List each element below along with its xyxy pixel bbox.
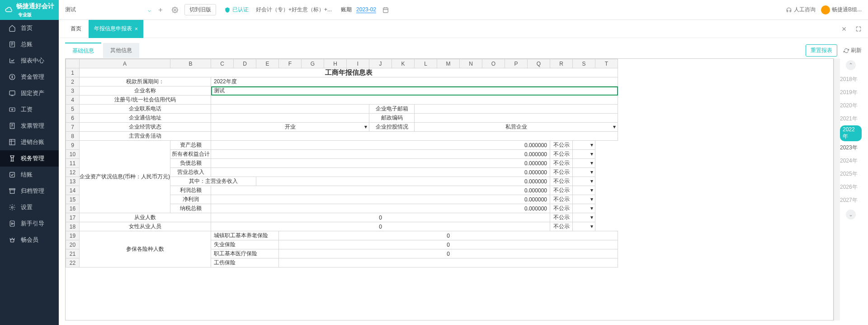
col-header-G[interactable]: G (302, 59, 324, 68)
row-header-17[interactable]: 17 (66, 213, 80, 222)
row-header-18[interactable]: 18 (66, 222, 80, 231)
col-header-H[interactable]: H (324, 59, 347, 68)
owner-equity-pub-dd[interactable]: ▾ (573, 150, 595, 159)
col-header-T[interactable]: T (595, 59, 618, 68)
year-2018年[interactable]: 2018年 (840, 73, 862, 86)
col-header-F[interactable]: F (279, 59, 302, 68)
col-header-B[interactable]: B (170, 59, 211, 68)
sidebar-item-guide[interactable]: 新手引导 (0, 215, 59, 232)
col-header-P[interactable]: P (505, 59, 528, 68)
col-header-E[interactable]: E (256, 59, 279, 68)
total-tax-pub[interactable]: 不公示 (550, 204, 573, 213)
row-header-8[interactable]: 8 (66, 132, 80, 141)
row-header-7[interactable]: 7 (66, 123, 80, 132)
calendar-icon[interactable] (381, 5, 391, 15)
col-header-I[interactable]: I (347, 59, 369, 68)
reset-report-button[interactable]: 重置报表 (806, 44, 837, 57)
employees-value[interactable]: 0 (211, 213, 550, 222)
row-header-21[interactable]: 21 (66, 249, 80, 258)
col-header-N[interactable]: N (460, 59, 482, 68)
col-header-J[interactable]: J (369, 59, 392, 68)
row-header-15[interactable]: 15 (66, 195, 80, 204)
row-header-11[interactable]: 11 (66, 159, 80, 168)
sidebar-item-asset[interactable]: 固定资产 (0, 85, 59, 101)
tab-annual-report[interactable]: 年报信息申报表 × (89, 20, 143, 38)
col-header-R[interactable]: R (550, 59, 573, 68)
close-all-tabs-button[interactable] (839, 24, 849, 34)
sidebar-item-close[interactable]: 结账 (0, 167, 59, 183)
row-header-10[interactable]: 10 (66, 150, 80, 159)
total-tax-pub-dd[interactable]: ▾ (573, 204, 595, 213)
col-header-A[interactable]: A (80, 59, 170, 68)
row-header-20[interactable]: 20 (66, 240, 80, 249)
female-emp-pub[interactable]: 不公示 (550, 222, 573, 231)
col-header-M[interactable]: M (437, 59, 460, 68)
holding-cell[interactable]: 私营企业▾ (415, 123, 618, 132)
total-revenue-pub[interactable]: 不公示 (550, 168, 573, 177)
main-revenue-value[interactable]: 0.000000 (256, 177, 550, 186)
sidebar-item-salary[interactable]: 工资 (0, 101, 59, 118)
settings-icon-button[interactable] (170, 5, 180, 15)
subtab-basic-info[interactable]: 基础信息 (65, 43, 101, 58)
injury-ins-value[interactable] (279, 258, 618, 268)
total-revenue-pub-dd[interactable]: ▾ (573, 168, 595, 177)
total-assets-value[interactable]: 0.000000 (211, 141, 550, 150)
sidebar-item-archive[interactable]: 归档管理 (0, 183, 59, 199)
sidebar-item-cash[interactable]: 资金管理 (0, 69, 59, 85)
fullscreen-button[interactable] (854, 24, 863, 34)
sidebar-item-inventory[interactable]: 进销台账 (0, 134, 59, 150)
year-down-button[interactable]: ⌄ (846, 210, 856, 220)
year-2023年[interactable]: 2023年 (840, 141, 862, 154)
year-2019年[interactable]: 2019年 (840, 86, 862, 99)
email-cell[interactable] (415, 105, 618, 114)
sidebar-item-tax[interactable]: 税务管理 (0, 150, 59, 167)
net-profit-pub-dd[interactable]: ▾ (573, 195, 595, 204)
total-profit-value[interactable]: 0.000000 (211, 186, 550, 195)
year-2025年[interactable]: 2025年 (840, 167, 862, 181)
row-header-14[interactable]: 14 (66, 186, 80, 195)
total-liab-pub[interactable]: 不公示 (550, 159, 573, 168)
sidebar-item-ledger[interactable]: 总账 (0, 36, 59, 53)
sidebar-item-invoice[interactable]: 发票管理 (0, 118, 59, 134)
col-header-O[interactable]: O (482, 59, 505, 68)
total-liab-pub-dd[interactable]: ▾ (573, 159, 595, 168)
col-header-S[interactable]: S (573, 59, 595, 68)
spreadsheet[interactable]: ABCDEFGHIJKLMNOPQRST1工商年报信息表2税款所属期间：2022… (65, 58, 834, 320)
postcode-cell[interactable] (415, 114, 618, 123)
year-2027年[interactable]: 2027年 (840, 194, 862, 207)
row-header-9[interactable]: 9 (66, 141, 80, 150)
close-icon[interactable]: × (135, 26, 138, 32)
total-profit-pub[interactable]: 不公示 (550, 186, 573, 195)
year-2026年[interactable]: 2026年 (840, 181, 862, 194)
col-header-C[interactable]: C (211, 59, 234, 68)
col-header-L[interactable]: L (415, 59, 437, 68)
total-profit-pub-dd[interactable]: ▾ (573, 186, 595, 195)
support-button[interactable]: 人工咨询 (786, 6, 816, 14)
user-menu[interactable]: 畅捷通B组... (821, 5, 862, 14)
phone-cell[interactable] (211, 105, 369, 114)
scrollbar[interactable] (834, 58, 840, 320)
main-biz-cell[interactable] (211, 132, 618, 141)
year-2021年[interactable]: 2021年 (840, 112, 862, 125)
add-company-button[interactable] (156, 5, 165, 15)
company-selector[interactable]: 测试 ⌵ (65, 6, 151, 14)
unemp-ins-value[interactable]: 0 (279, 240, 618, 249)
net-profit-pub[interactable]: 不公示 (550, 195, 573, 204)
row-header-19[interactable]: 19 (66, 231, 80, 240)
refresh-button[interactable]: 刷新 (844, 47, 862, 54)
row-header-13[interactable]: 13 (66, 177, 80, 186)
row-header-12[interactable]: 12 (66, 168, 80, 177)
pension-ins-value[interactable]: 0 (279, 231, 618, 240)
status-cell[interactable]: 开业▾ (211, 123, 369, 132)
period-selector[interactable]: 2023-02 (356, 6, 376, 13)
tab-home[interactable]: 首页 (63, 20, 89, 38)
year-2024年[interactable]: 2024年 (840, 154, 862, 167)
female-emp-value[interactable]: 0 (211, 222, 550, 231)
row-header-16[interactable]: 16 (66, 204, 80, 213)
row-header-5[interactable]: 5 (66, 105, 80, 114)
sidebar-item-home[interactable]: 首页 (0, 20, 59, 36)
sidebar-item-vip[interactable]: 畅会员 (0, 232, 59, 248)
sidebar-item-settings[interactable]: 设置 (0, 199, 59, 215)
owner-equity-pub[interactable]: 不公示 (550, 150, 573, 159)
total-liab-value[interactable]: 0.000000 (211, 159, 550, 168)
